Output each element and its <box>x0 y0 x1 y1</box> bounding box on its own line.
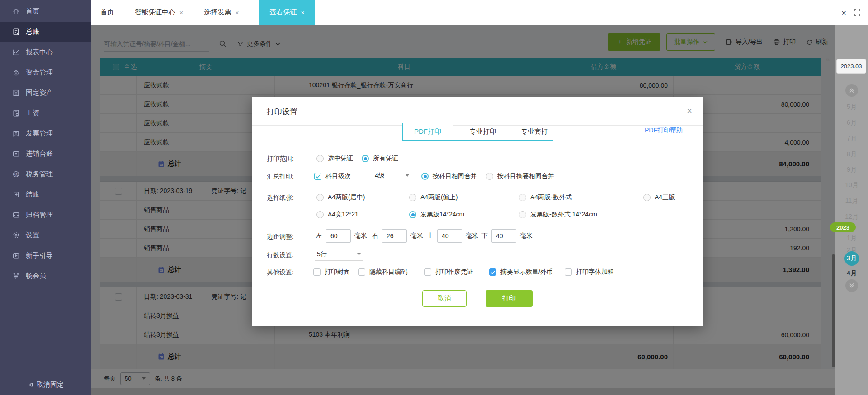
dialog-tab-pdf-print[interactable]: PDF打印 <box>402 123 453 140</box>
sidebar-item-member[interactable]: 畅会员 <box>0 266 91 286</box>
scroll-months-up-button[interactable] <box>845 84 858 97</box>
sidebar-item-label: 资金管理 <box>26 68 53 77</box>
checkbox-label: 打印作废凭证 <box>435 268 473 276</box>
radio-invoice-foreign-14-24[interactable]: 发票版-数外式 14*24cm <box>519 210 597 220</box>
sidebar-item-invoices[interactable]: 发票管理 <box>0 123 91 144</box>
sidebar-item-label: 进销台账 <box>26 150 53 158</box>
month-item-active[interactable]: 3月 <box>844 251 859 266</box>
radio-merge-same-account[interactable]: 按科目相同合并 <box>421 171 477 181</box>
sidebar-item-guide[interactable]: 新手引导 <box>0 245 91 266</box>
print-confirm-button[interactable]: 打印 <box>486 290 533 307</box>
radio-a4-three[interactable]: A4三版 <box>643 193 675 202</box>
radio-icon <box>316 155 324 162</box>
paper-select-row-1: 选择纸张: A4两版(居中) A4两版(偏上) A4两版-数外式 A4三版 <box>252 193 703 202</box>
sidebar-item-label: 新手引导 <box>26 251 53 260</box>
radio-icon <box>519 211 526 218</box>
unpin-sidebar-button[interactable]: 取消固定 <box>0 381 91 389</box>
radio-icon <box>519 194 526 201</box>
margin-right-input[interactable] <box>382 229 407 243</box>
month-item[interactable]: 7月 <box>835 135 868 143</box>
sidebar-item-label: 固定资产 <box>26 89 53 97</box>
radio-label: 发票版14*24cm <box>420 211 464 219</box>
pdf-print-help-link[interactable]: PDF打印帮助 <box>645 127 683 135</box>
sidebar-item-settings[interactable]: 设置 <box>0 225 91 245</box>
margin-top-input[interactable] <box>437 229 462 243</box>
fullscreen-icon[interactable] <box>854 9 861 16</box>
year-badge-value: 2023 <box>836 224 849 231</box>
month-item[interactable]: 1月 <box>835 234 868 242</box>
radio-all-vouchers[interactable]: 所有凭证 <box>362 154 398 164</box>
month-item[interactable]: 11月 <box>835 197 868 205</box>
checkbox-print-cover[interactable]: 打印封面 <box>313 267 350 277</box>
member-v-icon <box>12 272 20 280</box>
dialog-header: 打印设置 × <box>252 97 703 126</box>
checkbox-show-qty-currency[interactable]: 摘要显示数量/外币 <box>489 267 553 277</box>
sidebar-item-closing[interactable]: 结账 <box>0 184 91 205</box>
dialog-tab-pro-print[interactable]: 专业打印 <box>461 123 505 140</box>
salary-doc-icon <box>12 109 20 117</box>
sidebar-item-general-ledger[interactable]: 总账 <box>0 22 91 42</box>
dialog-tab-pro-continuous[interactable]: 专业套打 <box>513 123 556 140</box>
line-count-select[interactable]: 5行 <box>315 248 363 261</box>
margins-label: 边距调整: <box>267 231 294 241</box>
checkbox-account-level[interactable]: 科目级次 <box>314 171 351 181</box>
month-item[interactable]: 8月 <box>835 150 868 159</box>
scroll-months-down-button[interactable] <box>845 279 858 292</box>
tab-select-invoice[interactable]: 选择发票 × <box>204 0 239 25</box>
sidebar-item-fixed-assets[interactable]: 固定资产 <box>0 83 91 103</box>
cancel-button[interactable]: 取消 <box>422 290 467 307</box>
line-count-value: 5行 <box>317 250 327 259</box>
radio-a4-two-foreign[interactable]: A4两版-数外式 <box>519 193 572 202</box>
margin-bottom-input[interactable] <box>491 229 516 243</box>
checkbox-hide-account-code[interactable]: 隐藏科目编码 <box>358 267 407 277</box>
radio-merge-same-account-summary[interactable]: 按科目摘要相同合并 <box>486 171 554 181</box>
radio-invoice-14-24[interactable]: 发票版14*24cm <box>409 210 464 220</box>
radio-label: 所有凭证 <box>373 155 398 163</box>
radio-a4-two-center[interactable]: A4两版(居中) <box>316 193 365 202</box>
radio-selected-vouchers[interactable]: 选中凭证 <box>316 154 353 164</box>
radio-icon <box>316 194 324 201</box>
month-item[interactable]: 10月 <box>835 181 868 189</box>
sidebar-item-funds[interactable]: 资金管理 <box>0 62 91 83</box>
tab-smart-voucher-center[interactable]: 智能凭证中心 × <box>135 0 183 25</box>
account-level-select[interactable]: 4级 <box>373 169 411 182</box>
sidebar-item-salary[interactable]: 工资 <box>0 103 91 123</box>
sidebar-item-label: 结账 <box>26 190 39 199</box>
tab-close-icon[interactable]: × <box>301 9 304 16</box>
gear-icon <box>12 231 20 239</box>
margins-row: 边距调整: 左 毫米 右 毫米 上 毫米 下 毫米 <box>252 231 703 241</box>
radio-a4-two-upper[interactable]: A4两版(偏上) <box>409 193 458 202</box>
margin-side-label: 上 <box>427 232 434 240</box>
radio-icon <box>421 173 429 180</box>
current-period-value: 2023.03 <box>841 63 862 70</box>
sidebar-item-reports[interactable]: 报表中心 <box>0 42 91 62</box>
checkbox-label: 打印封面 <box>325 268 350 276</box>
tab-close-icon[interactable]: × <box>235 9 239 16</box>
radio-label: 发票版-数外式 14*24cm <box>530 211 597 219</box>
month-item[interactable]: 9月 <box>835 166 868 174</box>
tab-home[interactable]: 首页 <box>100 0 114 25</box>
window-close-icon[interactable]: × <box>841 9 846 17</box>
sidebar-item-home[interactable]: 首页 <box>0 1 91 22</box>
chevron-down-icon <box>406 174 409 177</box>
paper-select-label: 选择纸张: <box>267 193 294 202</box>
checkbox-bold-font[interactable]: 打印字体加粗 <box>565 267 614 277</box>
sidebar-item-trade-ledger[interactable]: 进销台账 <box>0 144 91 164</box>
month-item[interactable]: 4月 <box>835 269 868 277</box>
dialog-close-icon[interactable]: × <box>687 106 692 116</box>
month-item[interactable]: 6月 <box>835 119 868 127</box>
checkbox-print-voided[interactable]: 打印作废凭证 <box>424 267 473 277</box>
other-settings-label: 其他设置: <box>267 267 294 277</box>
archive-tray-icon <box>12 211 20 219</box>
month-item[interactable]: 12月 <box>835 213 868 221</box>
tab-view-voucher[interactable]: 查看凭证 × <box>259 0 314 25</box>
sidebar-item-archive[interactable]: 归档管理 <box>0 205 91 225</box>
sidebar-item-tax[interactable]: 税 税务管理 <box>0 164 91 184</box>
checkbox-label: 摘要显示数量/外币 <box>500 268 553 276</box>
tab-close-icon[interactable]: × <box>179 9 183 16</box>
radio-a4-wide-12-21[interactable]: A4宽12*21 <box>316 210 359 220</box>
radio-icon <box>643 194 651 201</box>
margin-left-input[interactable] <box>326 229 351 243</box>
month-item[interactable]: 5月 <box>835 103 868 111</box>
margin-unit-label: 毫米 <box>466 232 478 240</box>
